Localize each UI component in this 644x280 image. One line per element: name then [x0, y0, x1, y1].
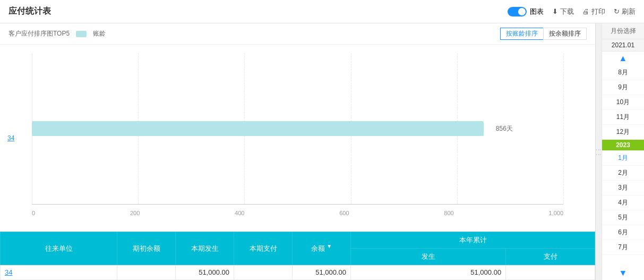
- bar-chart-area: 34 856天: [0, 45, 595, 231]
- chart-toggle-label: 图表: [530, 7, 544, 16]
- print-label: 打印: [591, 7, 605, 16]
- sidebar-nav-up[interactable]: ▲: [602, 52, 644, 65]
- month-item-2[interactable]: 2月: [602, 166, 644, 181]
- chart-section: 客户应付排序图TOP5 账龄 按账龄排序 按余额排序 34: [0, 23, 595, 280]
- month-item-12[interactable]: 12月: [602, 125, 644, 140]
- sort-by-balance-button[interactable]: 按账龄排序: [500, 28, 543, 40]
- month-item-1[interactable]: 1月: [602, 151, 644, 166]
- refresh-label: 刷新: [622, 7, 636, 16]
- month-item-5[interactable]: 5月: [602, 210, 644, 225]
- month-item-9[interactable]: 9月: [602, 80, 644, 95]
- sidebar-title: 月份选择: [602, 23, 644, 39]
- cell-unit: 34: [1, 265, 117, 280]
- bar-fill: 856天: [32, 121, 484, 136]
- x-tick-0: 0: [32, 210, 35, 216]
- cell-balance: 51,000.00: [293, 265, 351, 280]
- cell-occur: 51,000.00: [176, 265, 234, 280]
- col-opening-header: 期初余额: [117, 232, 176, 265]
- month-item-7[interactable]: 7月: [602, 240, 644, 255]
- print-button[interactable]: 🖨 打印: [582, 7, 605, 16]
- x-tick-200: 200: [130, 210, 140, 216]
- chart-header: 客户应付排序图TOP5 账龄 按账龄排序 按余额排序: [0, 23, 595, 45]
- refresh-icon: ↻: [614, 7, 620, 15]
- cell-pay: [234, 265, 293, 280]
- table-section: 往来单位 期初余额 本期发生 本期支付 余额 ▼ 本年累计: [0, 231, 595, 280]
- refresh-button[interactable]: ↻ 刷新: [614, 7, 636, 16]
- grid-line-5: [563, 53, 564, 204]
- main-content: 客户应付排序图TOP5 账龄 按账龄排序 按余额排序 34: [0, 23, 644, 280]
- month-item-3[interactable]: 3月: [602, 181, 644, 196]
- col-pay-header: 本期支付: [234, 232, 293, 265]
- chart-sort-buttons: 按账龄排序 按余额排序: [500, 28, 587, 40]
- month-item-6[interactable]: 6月: [602, 225, 644, 240]
- sidebar-current-period[interactable]: 2021.01: [602, 39, 644, 52]
- chart-toggle-wrap[interactable]: 图表: [508, 7, 544, 16]
- cell-ytd-occur: 51,000.00: [351, 265, 506, 280]
- bar-value-label: 856天: [496, 124, 513, 133]
- sidebar-nav-down[interactable]: ▼: [602, 266, 644, 280]
- chart-legend: 客户应付排序图TOP5 账龄: [8, 29, 106, 38]
- balance-icon: ▼: [327, 243, 332, 249]
- col-ytd-group-header: 本年累计: [351, 232, 595, 249]
- legend-label: 客户应付排序图TOP5: [8, 29, 70, 38]
- col-occur-header: 本期发生: [176, 232, 234, 265]
- download-label: 下载: [560, 7, 574, 16]
- sort-by-amount-button[interactable]: 按余额排序: [543, 28, 587, 40]
- chart-grid-container: 856天: [32, 53, 563, 205]
- cell-opening: [117, 265, 176, 280]
- x-tick-600: 600: [339, 210, 349, 216]
- table-wrapper: 往来单位 期初余额 本期发生 本期支付 余额 ▼ 本年累计: [0, 232, 595, 280]
- month-item-10[interactable]: 10月: [602, 95, 644, 110]
- chart-toggle[interactable]: [508, 7, 527, 16]
- table-row: 34 51,000.00 51,000.00 51,000.00: [1, 265, 595, 280]
- year-label-2023: 2023: [602, 140, 644, 151]
- x-tick-1000: 1,000: [548, 210, 563, 216]
- month-item-11[interactable]: 11月: [602, 110, 644, 125]
- month-sidebar: 月份选择 2021.01 ▲ 8月 9月 10月 11月 12月 2023 1月…: [602, 23, 644, 280]
- x-axis: 0 200 400 600 800 1,000: [32, 210, 563, 216]
- month-item-4[interactable]: 4月: [602, 196, 644, 210]
- x-tick-400: 400: [235, 210, 244, 216]
- y-axis-bar-label[interactable]: 34: [7, 134, 14, 142]
- cell-ytd-pay: [506, 265, 595, 280]
- month-list: 8月 9月 10月 11月 12月 2023 1月 2月 3月 4月 5月 6月…: [602, 65, 644, 266]
- sidebar-handle[interactable]: ⋮⋮: [595, 23, 602, 280]
- col-unit-header: 往来单位: [1, 232, 117, 265]
- month-item-8[interactable]: 8月: [602, 65, 644, 80]
- header: 应付统计表 图表 ⬇ 下载 🖨 打印 ↻ 刷新: [0, 0, 644, 23]
- app-container: 应付统计表 图表 ⬇ 下载 🖨 打印 ↻ 刷新: [0, 0, 644, 280]
- download-button[interactable]: ⬇ 下载: [552, 7, 574, 16]
- header-actions: 图表 ⬇ 下载 🖨 打印 ↻ 刷新: [508, 7, 636, 16]
- legend-box: [76, 31, 87, 37]
- legend-box-label: 账龄: [93, 29, 106, 38]
- col-ytd-pay-header: 支付: [506, 249, 595, 265]
- page-title: 应付统计表: [8, 6, 51, 17]
- download-icon: ⬇: [552, 7, 558, 15]
- x-tick-800: 800: [444, 210, 453, 216]
- unit-link[interactable]: 34: [5, 268, 12, 276]
- print-icon: 🖨: [582, 7, 589, 15]
- summary-table: 往来单位 期初余额 本期发生 本期支付 余额 ▼ 本年累计: [0, 232, 595, 280]
- col-ytd-occur-header: 发生: [351, 249, 506, 265]
- col-balance-header: 余额 ▼: [293, 232, 351, 265]
- handle-icon: ⋮⋮: [596, 147, 602, 157]
